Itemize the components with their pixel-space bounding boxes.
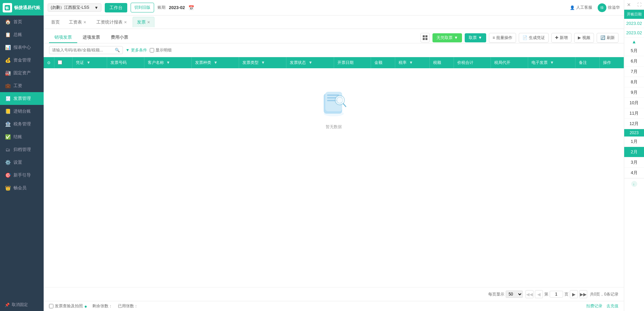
- video-button[interactable]: ▶ 视频: [574, 33, 594, 43]
- date-month-2022-5[interactable]: 5月: [624, 46, 644, 56]
- sub-tab-sales[interactable]: 销项发票: [49, 32, 77, 43]
- date-month-2023-4[interactable]: 4月: [624, 168, 644, 178]
- col-settings[interactable]: ⚙: [44, 57, 54, 68]
- sidebar: 畅 畅捷通易代账 🏠 首页 📋 总账 📊 报表中心 💰 资金管理 🏭 固定资产 …: [0, 0, 44, 311]
- calendar-icon[interactable]: 📅: [188, 5, 194, 10]
- filter-button[interactable]: ▼ 更多条件: [126, 47, 147, 53]
- sidebar-item-label: 资金管理: [13, 57, 31, 63]
- date-month-2023-3[interactable]: 3月: [624, 157, 644, 168]
- grid-layout-button[interactable]: [420, 33, 430, 42]
- sidebar-item-ledger[interactable]: 📋 总账: [0, 28, 44, 41]
- date-year-2023[interactable]: 2023: [624, 129, 644, 137]
- right-panel-close-icon[interactable]: ✕: [627, 2, 631, 7]
- recharge-link[interactable]: 去充值: [606, 303, 618, 309]
- tab-salary-close-icon[interactable]: ✕: [83, 21, 86, 24]
- sidebar-item-closing[interactable]: ✅ 结账: [0, 130, 44, 143]
- tax-rate-filter-icon[interactable]: ▼: [409, 60, 413, 65]
- date-month-2022-11[interactable]: 11月: [624, 108, 644, 119]
- open-period-button[interactable]: 开账日期: [624, 10, 644, 19]
- svg-rect-4: [423, 38, 425, 40]
- select-all-checkbox[interactable]: [58, 60, 62, 65]
- voucher-filter-icon[interactable]: ▼: [87, 60, 91, 65]
- sidebar-item-invoice[interactable]: 🧾 发票管理: [0, 92, 44, 105]
- customer-filter-icon[interactable]: ▼: [166, 60, 170, 65]
- sidebar-item-member[interactable]: 👑 畅会员: [0, 182, 44, 194]
- date-nav-down-icon[interactable]: ↓: [624, 178, 644, 191]
- sidebar-item-settings[interactable]: ⚙️ 设置: [0, 156, 44, 169]
- last-page-button[interactable]: ▶▶: [579, 290, 587, 298]
- user-item[interactable]: 徐 徐溢华: [598, 3, 620, 12]
- date-header-1[interactable]: 2023.02: [624, 19, 644, 28]
- tax-icon: 🏦: [5, 121, 11, 127]
- page-input[interactable]: [550, 291, 563, 298]
- sidebar-item-salary[interactable]: 💼 工资: [0, 79, 44, 92]
- date-month-2023-1[interactable]: 1月: [624, 137, 644, 147]
- col-checkbox[interactable]: [54, 57, 73, 68]
- show-detail-label[interactable]: 显示明细: [150, 47, 172, 53]
- date-header-2[interactable]: 2023.02: [624, 28, 644, 38]
- date-month-2023-2[interactable]: 2月: [624, 147, 644, 157]
- pin-label: 取消固定: [12, 302, 28, 308]
- tab-salary[interactable]: 工资表 ✕: [64, 17, 91, 27]
- date-month-2022-10[interactable]: 10月: [624, 98, 644, 108]
- date-month-2022-7[interactable]: 7月: [624, 67, 644, 77]
- tab-salary-report[interactable]: 工资统计报表 ✕: [92, 17, 131, 27]
- sidebar-item-assets[interactable]: 🏭 固定资产: [0, 67, 44, 79]
- sidebar-item-home[interactable]: 🏠 首页: [0, 15, 44, 28]
- date-nav-up-icon[interactable]: ▲: [624, 38, 644, 46]
- no-voucher-button[interactable]: 无凭取票 ▼: [432, 33, 462, 42]
- page-size-dropdown[interactable]: 50 10 20 100: [506, 290, 523, 298]
- sidebar-item-reports[interactable]: 📊 报表中心: [0, 41, 44, 54]
- sidebar-item-guide[interactable]: 🎯 新手引导: [0, 169, 44, 182]
- date-month-2022-8[interactable]: 8月: [624, 77, 644, 87]
- invoice-status-filter-icon[interactable]: ▼: [309, 60, 313, 65]
- refresh-button[interactable]: 🔄 刷新: [597, 33, 618, 43]
- tab-salary-report-close-icon[interactable]: ✕: [124, 21, 127, 24]
- switch-old-button[interactable]: 切到旧版: [131, 3, 154, 12]
- tab-invoice[interactable]: 发票 ✕: [133, 17, 154, 27]
- next-page-button[interactable]: ▶: [570, 290, 578, 298]
- sidebar-item-finance[interactable]: 💰 资金管理: [0, 54, 44, 67]
- sub-tab-expense[interactable]: 费用小票: [105, 32, 134, 43]
- col-remark: 备注: [575, 57, 599, 68]
- tab-invoice-close-icon[interactable]: ✕: [147, 21, 150, 24]
- date-month-2022-6[interactable]: 6月: [624, 56, 644, 67]
- prev-page-button[interactable]: ◀: [535, 290, 543, 298]
- workbench-button[interactable]: 工作台: [105, 3, 127, 12]
- tab-home[interactable]: 首页: [48, 17, 63, 27]
- sub-tab-purchase[interactable]: 进项发票: [77, 32, 105, 43]
- right-panel-expand-icon[interactable]: ⛶: [637, 2, 641, 7]
- support-item[interactable]: 👤 人工客服: [570, 5, 592, 10]
- svg-line-14: [343, 104, 346, 107]
- fee-record-link[interactable]: 扣费记录: [586, 303, 602, 309]
- svg-rect-2: [423, 35, 425, 37]
- sidebar-item-archive[interactable]: 🗂 归档管理: [0, 143, 44, 156]
- gen-voucher-button[interactable]: 📄 生成凭证: [519, 33, 549, 43]
- sub-tab-bar: 销项发票 进项发票 费用小票 无凭取票 ▼ 取票 ▼: [44, 29, 624, 43]
- sidebar-item-purchase[interactable]: 📒 进销台账: [0, 105, 44, 118]
- verify-checkbox[interactable]: [49, 304, 53, 308]
- show-detail-checkbox[interactable]: [150, 48, 154, 52]
- col-invoice-status: 发票状态 ▼: [286, 57, 334, 68]
- date-month-2022-9[interactable]: 9月: [624, 87, 644, 98]
- col-total: 价税合计: [454, 57, 491, 68]
- date-month-2022-12[interactable]: 12月: [624, 119, 644, 129]
- col-invoice-kind: 发票类型 ▼: [239, 57, 286, 68]
- electronic-filter-icon[interactable]: ▼: [550, 60, 554, 65]
- search-box[interactable]: 🔍: [49, 46, 123, 54]
- batch-op-button[interactable]: ≡ 批量操作: [489, 33, 516, 43]
- batch-op-label: 批量操作: [496, 35, 512, 41]
- invoice-type-filter-icon[interactable]: ▼: [214, 60, 218, 65]
- assets-icon: 🏭: [5, 70, 11, 76]
- search-input[interactable]: [52, 48, 113, 52]
- new-button[interactable]: ✚ 新增: [551, 33, 571, 43]
- verify-label[interactable]: 发票查验及拍照 ●: [49, 303, 87, 309]
- sidebar-pin[interactable]: 📌 取消固定: [0, 299, 44, 311]
- take-ticket-button[interactable]: 取票 ▼: [465, 33, 486, 42]
- invoice-kind-filter-icon[interactable]: ▼: [261, 60, 265, 65]
- sidebar-item-tax[interactable]: 🏦 税务管理: [0, 118, 44, 130]
- first-page-button[interactable]: ◀◀: [525, 290, 534, 298]
- page-size-select[interactable]: 每页显示 50 10 20 100: [488, 290, 523, 298]
- purchase-icon: 📒: [5, 109, 11, 114]
- company-selector[interactable]: (勿删）江西股宝-LSS ▼: [48, 3, 101, 12]
